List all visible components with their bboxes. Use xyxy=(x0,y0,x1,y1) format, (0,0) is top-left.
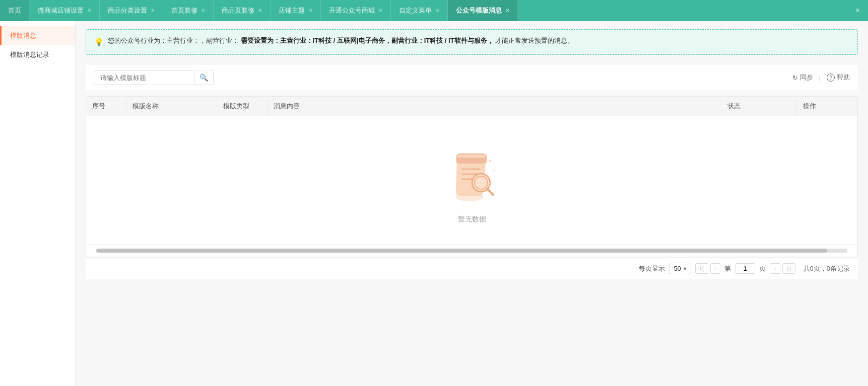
tab-product-decor[interactable]: 商品页装修 × xyxy=(214,0,271,21)
close-tab-category-settings[interactable]: × xyxy=(151,7,155,14)
search-input[interactable] xyxy=(94,70,194,85)
table-scrollbar-row xyxy=(86,244,857,257)
empty-state: ✦ ✦ 暂无数据 xyxy=(86,116,857,244)
pagination-row: 每页显示 50 ∨ ⟨⟨ ‹ 第 页 › ⟩⟩ 共0页，0条记录 xyxy=(86,257,858,279)
svg-text:✦: ✦ xyxy=(492,169,495,172)
table-scrollbar[interactable] xyxy=(96,249,847,253)
close-tab-open-wechat-shop[interactable]: × xyxy=(379,7,382,14)
empty-state-text: 暂无数据 xyxy=(458,215,486,224)
th-content: 消息内容 xyxy=(268,97,721,116)
tab-template-msg-label: 公众号模版消息 xyxy=(456,6,502,15)
table-scrollbar-thumb[interactable] xyxy=(96,249,827,253)
close-tab-homepage-decor[interactable]: × xyxy=(202,7,205,14)
search-row: 🔍 ↻ 同步 | ? 帮助 xyxy=(86,65,858,90)
tab-homepage-decor[interactable]: 首页装修 × xyxy=(163,0,214,21)
tab-shop-settings[interactable]: 微商城店铺设置 × xyxy=(30,0,100,21)
prev-page-button[interactable]: ‹ xyxy=(710,263,720,274)
search-right: ↻ 同步 | ? 帮助 xyxy=(792,73,850,82)
next-page-button[interactable]: › xyxy=(770,263,780,274)
data-table: 序号 模版名称 模版类型 消息内容 状态 操作 xyxy=(86,96,858,257)
tab-shop-settings-label: 微商城店铺设置 xyxy=(38,6,84,15)
page-number-input[interactable] xyxy=(735,263,755,274)
tab-custom-menu[interactable]: 自定义菜单 × xyxy=(391,0,448,21)
last-page-button[interactable]: ⟩⟩ xyxy=(782,263,795,274)
close-tab-product-decor[interactable]: × xyxy=(258,7,262,14)
svg-text:✦: ✦ xyxy=(488,158,492,164)
tab-template-msg[interactable]: 公众号模版消息 × xyxy=(448,0,518,21)
notice-highlight: 需要设置为：主营行业：IT科技 / 互联网|电子商务，副营行业：IT科技 / I… xyxy=(241,37,494,44)
svg-line-7 xyxy=(487,189,493,195)
th-type: 模版类型 xyxy=(217,97,268,116)
empty-state-icon: ✦ ✦ xyxy=(442,146,502,207)
th-status-label: 状态 xyxy=(727,102,741,110)
sync-label: 同步 xyxy=(800,73,813,82)
notice-banner: 💡 您的公众号行业为：主营行业：，副营行业： 需要设置为：主营行业：IT科技 /… xyxy=(86,29,858,55)
tab-open-wechat-shop-label: 开通公众号商城 xyxy=(329,6,375,15)
th-no-label: 序号 xyxy=(92,102,105,110)
notice-prefix: 您的公众号行业为：主营行业：，副营行业： xyxy=(108,37,239,44)
table-header: 序号 模版名称 模版类型 消息内容 状态 操作 xyxy=(86,97,857,116)
notice-text: 您的公众号行业为：主营行业：，副营行业： 需要设置为：主营行业：IT科技 / 互… xyxy=(108,36,574,46)
bulb-icon: 💡 xyxy=(94,36,104,48)
sidebar-item-template-message-label: 模版消息 xyxy=(10,32,36,39)
help-icon: ? xyxy=(827,73,835,82)
th-type-label: 模版类型 xyxy=(223,102,249,110)
main-layout: 模版消息 模版消息记录 💡 您的公众号行业为：主营行业：，副营行业： 需要设置为… xyxy=(0,21,868,386)
svg-rect-1 xyxy=(456,158,487,164)
search-icon: 🔍 xyxy=(199,73,208,82)
th-status: 状态 xyxy=(721,97,797,116)
page-size-value: 50 xyxy=(674,265,681,272)
page-navigation: ⟨⟨ ‹ 第 页 › ⟩⟩ xyxy=(695,263,795,274)
th-name-label: 模版名称 xyxy=(132,102,159,110)
th-action: 操作 xyxy=(797,97,857,116)
th-no: 序号 xyxy=(86,97,126,116)
divider: | xyxy=(819,74,821,82)
chevron-down-icon: ∨ xyxy=(683,266,687,271)
tab-product-decor-label: 商品页装修 xyxy=(222,6,254,15)
tab-category-settings[interactable]: 商品分类设置 × xyxy=(100,0,163,21)
close-tab-custom-menu[interactable]: × xyxy=(436,7,439,14)
tab-store-theme[interactable]: 店铺主题 × xyxy=(271,0,321,21)
sidebar-item-template-message-log-label: 模版消息记录 xyxy=(10,51,49,58)
tab-home[interactable]: 首页 xyxy=(0,0,30,21)
global-close-button[interactable]: × xyxy=(847,0,868,21)
sidebar-item-template-message-log[interactable]: 模版消息记录 xyxy=(0,45,75,64)
close-tab-template-msg[interactable]: × xyxy=(506,7,509,14)
page-label-before: 第 xyxy=(724,264,731,273)
sync-icon: ↻ xyxy=(792,74,798,82)
empty-state-label: 暂无数据 xyxy=(458,215,486,223)
tab-store-theme-label: 店铺主题 xyxy=(279,6,305,15)
page-size-select[interactable]: 50 ∨ xyxy=(669,263,691,274)
th-action-label: 操作 xyxy=(803,102,816,110)
close-tab-shop-settings[interactable]: × xyxy=(88,7,91,14)
total-info: 共0页，0条记录 xyxy=(804,264,850,273)
tab-category-settings-label: 商品分类设置 xyxy=(108,6,147,15)
tab-homepage-decor-label: 首页装修 xyxy=(171,6,197,15)
search-left: 🔍 xyxy=(94,70,214,85)
first-page-button[interactable]: ⟨⟨ xyxy=(695,263,708,274)
sidebar: 模版消息 模版消息记录 xyxy=(0,21,76,386)
top-navigation: 首页 微商城店铺设置 × 商品分类设置 × 首页装修 × 商品页装修 × 店铺主… xyxy=(0,0,868,21)
page-label-after: 页 xyxy=(759,264,766,273)
th-content-label: 消息内容 xyxy=(274,102,300,110)
tab-custom-menu-label: 自定义菜单 xyxy=(399,6,432,15)
help-button[interactable]: ? 帮助 xyxy=(827,73,850,82)
tab-home-label: 首页 xyxy=(8,6,21,15)
close-tab-store-theme[interactable]: × xyxy=(309,7,312,14)
th-name: 模版名称 xyxy=(126,97,217,116)
notice-suffix: 才能正常发送预置的消息。 xyxy=(495,37,574,44)
search-input-wrapper: 🔍 xyxy=(94,70,214,85)
page-size-label: 每页显示 xyxy=(639,264,665,273)
sync-button[interactable]: ↻ 同步 xyxy=(792,73,813,82)
tab-open-wechat-shop[interactable]: 开通公众号商城 × xyxy=(321,0,391,21)
help-label: 帮助 xyxy=(837,73,850,82)
search-button[interactable]: 🔍 xyxy=(194,70,214,85)
sidebar-item-template-message[interactable]: 模版消息 xyxy=(0,26,75,45)
content-area: 💡 您的公众号行业为：主营行业：，副营行业： 需要设置为：主营行业：IT科技 /… xyxy=(76,21,868,386)
